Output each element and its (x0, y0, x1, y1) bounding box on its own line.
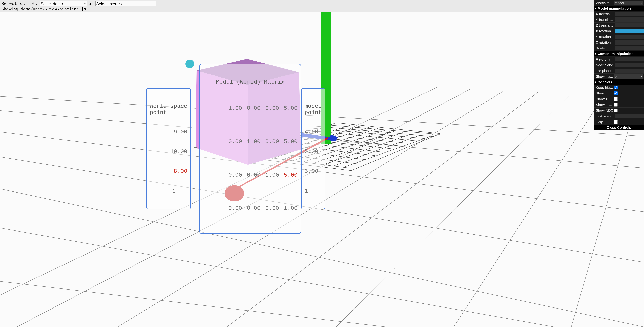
scale-row: Scale (594, 45, 644, 51)
show-z-grid-row: Show Z grid (594, 102, 644, 108)
z-translation-row: Z translation (594, 23, 644, 28)
fov-row: Field of view (594, 57, 644, 62)
watch-matrix-row: Watch matrix model (594, 0, 644, 6)
chevron-down-icon: ▾ (595, 52, 596, 55)
y-rotation-value[interactable] (615, 35, 644, 39)
y-translation-value[interactable] (615, 18, 644, 22)
show-ndc-row: Show NDC (594, 108, 644, 113)
folder-model-manipulation[interactable]: ▾ Model manipulation (594, 6, 644, 11)
matrix-overlay: world-space point 9.00 10.00 8.00 1 = Mo… (146, 64, 325, 234)
model-matrix-title: Model (World) Matrix (203, 79, 298, 85)
show-ground-checkbox[interactable] (614, 92, 618, 95)
fov-value[interactable] (615, 57, 644, 61)
equals-sign: = (191, 145, 200, 152)
show-x-grid-checkbox[interactable] (614, 97, 618, 101)
showing-script-label: Showing demo/unit7-view-pipeline.js (1, 7, 643, 12)
scale-value[interactable] (615, 46, 644, 50)
folder-controls[interactable]: ▾ Controls (594, 79, 644, 85)
exercise-select[interactable]: Select exercise (96, 1, 156, 7)
near-plane-row: Near plane (594, 62, 644, 68)
z-rotation-value[interactable] (615, 40, 644, 45)
folder-label: Controls (598, 80, 612, 84)
world-space-title: world-space point (150, 103, 187, 116)
far-plane-value[interactable] (615, 69, 644, 73)
text-scale-value[interactable] (615, 114, 644, 118)
chevron-down-icon: ▾ (595, 7, 596, 10)
folder-camera-manipulation[interactable]: ▾ Camera manipulation (594, 51, 644, 57)
model-point-box: model point 4.00 5.00 3.00 1 (301, 88, 325, 209)
model-point-title: model point (304, 103, 322, 116)
text-scale-row: Text scale (594, 113, 644, 119)
show-x-grid-row: Show X grid (594, 96, 644, 102)
far-plane-row: Far plane (594, 68, 644, 74)
show-ground-row: Show ground (594, 91, 644, 96)
near-plane-value[interactable] (615, 63, 644, 67)
keep-highlit-row: Keep highlit (594, 85, 644, 91)
chevron-down-icon: ▾ (595, 80, 596, 84)
folder-label: Model manipulation (598, 7, 631, 11)
show-frustum-select[interactable]: off (614, 74, 643, 79)
control-panel: Watch matrix model ▾ Model manipulation … (594, 0, 644, 130)
watch-matrix-label: Watch matrix (596, 1, 614, 5)
or-label: or (88, 1, 94, 6)
x-translation-value[interactable] (615, 12, 644, 16)
z-rotation-row: Z rotation (594, 40, 644, 45)
world-space-point-box: world-space point 9.00 10.00 8.00 1 (146, 88, 191, 209)
show-z-grid-checkbox[interactable] (614, 103, 618, 107)
x-rotation-row: X rotation (594, 28, 644, 34)
top-bar: Select script: Select demo or Select exe… (0, 0, 644, 12)
watch-matrix-select[interactable]: model (614, 1, 643, 5)
x-rotation-value[interactable] (615, 29, 644, 33)
keep-highlit-checkbox[interactable] (614, 86, 618, 89)
y-rotation-row: Y rotation (594, 34, 644, 40)
model-matrix-box: Model (World) Matrix 1.000.000.005.00 0.… (200, 64, 301, 234)
close-controls-button[interactable]: Close Controls (594, 125, 644, 130)
show-ndc-checkbox[interactable] (614, 109, 618, 112)
help-row: Help (594, 119, 644, 125)
x-translation-row: X translation (594, 11, 644, 17)
show-frustum-row: Show frustum off (594, 74, 644, 79)
folder-label: Camera manipulation (598, 52, 634, 56)
select-script-label: Select script: (1, 1, 38, 6)
demo-select[interactable]: Select demo (40, 1, 87, 7)
help-checkbox[interactable] (614, 120, 618, 124)
y-translation-row: Y translation (594, 17, 644, 23)
z-translation-value[interactable] (615, 23, 644, 28)
